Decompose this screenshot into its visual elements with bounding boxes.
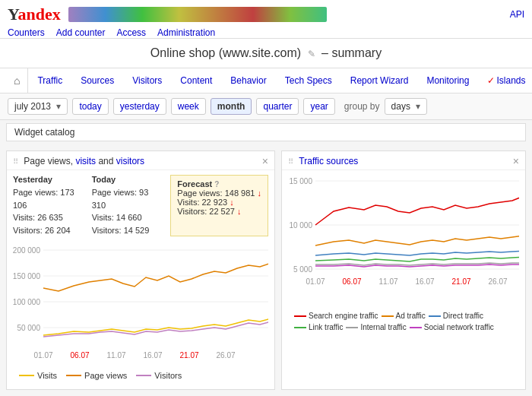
today-box: Today Page views: 93 310 Visits: 14 660 …: [92, 175, 165, 236]
legend-visits: Visits: [19, 371, 57, 380]
page-title: Online shop (www.site.com): [150, 46, 301, 59]
quarter-btn[interactable]: quarter: [256, 98, 299, 115]
svg-text:21.07: 21.07: [179, 351, 198, 360]
nav-administration[interactable]: Administration: [157, 27, 215, 38]
pageviews-widget: ⠿ Page views, visits and visitors × Yest…: [6, 150, 275, 390]
nav-sources[interactable]: Sources: [71, 69, 123, 92]
pageviews-chart-legend: Visits Page views Visitors: [13, 368, 268, 383]
svg-text:150 000: 150 000: [13, 272, 40, 280]
toolbar: july 2013 ▾ today yesterday week month q…: [0, 93, 532, 120]
today-btn[interactable]: today: [72, 98, 108, 115]
nav-monitoring[interactable]: Monitoring: [417, 69, 478, 92]
traffic-sources-title: Traffic sources: [299, 156, 358, 166]
svg-text:26.07: 26.07: [216, 351, 235, 360]
main-nav: ⌂ Traffic Sources Visitors Content Behav…: [0, 68, 532, 93]
traffic-sources-close-icon[interactable]: ×: [513, 156, 519, 166]
edit-icon[interactable]: ✎: [308, 49, 315, 59]
year-btn[interactable]: year: [303, 98, 334, 115]
pageviews-chart-area: 200 000 150 000 100 000 50 000: [7, 241, 274, 389]
nav-access[interactable]: Access: [116, 27, 146, 38]
nav-visitors[interactable]: Visitors: [123, 69, 171, 92]
pageviews-chart: 200 000 150 000 100 000 50 000: [13, 244, 268, 366]
visits-link[interactable]: visits: [75, 156, 96, 166]
visitors-legend-color: [136, 375, 151, 376]
ts-legend-link: Link traffic: [294, 323, 343, 331]
ts-legend-search: Search engine traffic: [294, 312, 378, 320]
metrica-bar: [68, 7, 327, 22]
ts-legend-internal: Internal traffic: [346, 323, 406, 331]
header: Yandex API Counters Add counter Access A…: [0, 0, 532, 39]
svg-text:16.07: 16.07: [143, 351, 162, 360]
search-legend-color: [294, 315, 306, 317]
header-nav: Counters Add counter Access Administrati…: [8, 27, 524, 38]
legend-visitors: Visitors: [136, 371, 182, 380]
visitors-link[interactable]: visitors: [116, 156, 144, 166]
svg-text:5 000: 5 000: [293, 265, 312, 274]
pageviews-widget-title: Page views, visits and visitors: [24, 156, 144, 166]
direct-legend-color: [429, 315, 441, 317]
forecast-visitors-arrow: ↓: [237, 207, 242, 216]
ts-legend-direct: Direct traffic: [429, 312, 483, 320]
svg-text:16.07: 16.07: [415, 277, 434, 286]
yesterday-btn[interactable]: yesterday: [113, 98, 166, 115]
main-content: ⠿ Page views, visits and visitors × Yest…: [0, 144, 532, 396]
svg-text:11.07: 11.07: [378, 277, 397, 286]
pageviews-widget-drag: ⠿ Page views, visits and visitors: [13, 156, 144, 166]
date-arrow-icon: ▾: [56, 101, 61, 112]
group-by-label: group by: [344, 101, 380, 112]
forecast-visits-arrow: ↓: [230, 198, 234, 207]
forecast-box: Forecast ? Page views: 148 981 ↓ Visits:…: [170, 175, 268, 236]
group-by-selector[interactable]: days ▾: [385, 98, 428, 115]
svg-text:06.07: 06.07: [342, 277, 361, 286]
pageviews-widget-header: ⠿ Page views, visits and visitors ×: [7, 151, 274, 170]
week-btn[interactable]: week: [171, 98, 206, 115]
stats-boxes: Yesterday Page views: 173 106 Visits: 26…: [7, 170, 274, 241]
svg-text:11.07: 11.07: [106, 351, 125, 360]
nav-report-wizard[interactable]: Report Wizard: [341, 69, 418, 92]
yandex-logo: Yandex: [8, 5, 61, 24]
ts-legend-social: Social network traffic: [410, 323, 494, 331]
traffic-sources-link[interactable]: Traffic sources: [299, 156, 358, 166]
ad-legend-color: [382, 315, 394, 317]
svg-text:06.07: 06.07: [70, 351, 89, 360]
yesterday-box: Yesterday Page views: 173 106 Visits: 26…: [13, 175, 86, 236]
ts-legend-ad: Ad traffic: [382, 312, 426, 320]
widget-catalog[interactable]: Widget catalog: [6, 123, 526, 141]
islands-check: ✓: [487, 75, 495, 86]
api-link[interactable]: API: [510, 9, 524, 20]
social-legend-color: [410, 327, 422, 328]
month-btn[interactable]: month: [211, 98, 252, 115]
legend-pageviews: Page views: [66, 371, 127, 380]
internal-legend-color: [346, 327, 358, 328]
traffic-sources-header: ⠿ Traffic sources ×: [282, 151, 525, 170]
nav-content[interactable]: Content: [171, 69, 221, 92]
nav-add-counter[interactable]: Add counter: [56, 27, 106, 38]
nav-islands[interactable]: ✓ Islands: [478, 69, 532, 92]
svg-text:01.07: 01.07: [33, 351, 52, 360]
nav-behavior[interactable]: Behavior: [221, 69, 275, 92]
nav-traffic[interactable]: Traffic: [28, 69, 71, 92]
page-title-bar: Online shop (www.site.com) ✎ – summary: [0, 39, 532, 68]
forecast-question-icon: ?: [214, 180, 219, 188]
svg-text:01.07: 01.07: [306, 277, 325, 286]
top-widgets-row: ⠿ Page views, visits and visitors × Yest…: [6, 150, 526, 390]
svg-text:26.07: 26.07: [488, 277, 507, 286]
svg-text:15 000: 15 000: [289, 177, 312, 185]
svg-text:21.07: 21.07: [451, 277, 470, 286]
date-selector[interactable]: july 2013 ▾: [8, 98, 68, 115]
nav-counters[interactable]: Counters: [8, 27, 45, 38]
svg-text:200 000: 200 000: [13, 246, 40, 255]
traffic-sources-chart-area: 15 000 10 000 5 000: [282, 170, 525, 341]
pageviews-close-icon[interactable]: ×: [262, 156, 268, 166]
link-legend-color: [294, 327, 306, 328]
forecast-title: Forecast ?: [177, 179, 261, 188]
groupby-arrow-icon: ▾: [416, 101, 420, 112]
svg-text:50 000: 50 000: [17, 324, 40, 332]
nav-tech-specs[interactable]: Tech Specs: [276, 69, 341, 92]
traffic-sources-chart: 15 000 10 000 5 000: [288, 173, 519, 306]
pageviews-legend-color: [66, 375, 81, 376]
nav-home[interactable]: ⌂: [6, 68, 28, 93]
page-title-suffix: – summary: [321, 46, 382, 59]
ts-drag-handle-icon: ⠿: [288, 157, 293, 166]
traffic-sources-widget: ⠿ Traffic sources × 15 000 10 000 5 000: [281, 150, 526, 390]
